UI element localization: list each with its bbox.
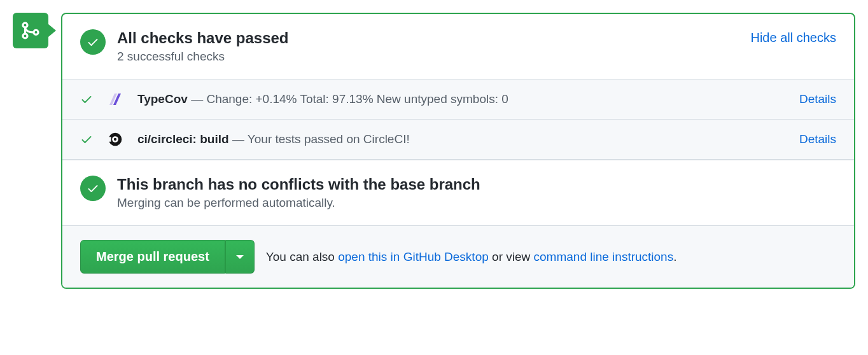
merge-footer-text: You can also open this in GitHub Desktop…	[266, 250, 677, 264]
svg-point-0	[23, 23, 27, 27]
check-row: ci/circleci: build — Your tests passed o…	[62, 120, 854, 160]
conflicts-section: This branch has no conflicts with the ba…	[62, 160, 854, 225]
merge-button-group: Merge pull request	[80, 240, 255, 274]
typecov-app-icon	[106, 90, 125, 109]
check-name: TypeCov	[137, 92, 188, 106]
merge-status-panel: All checks have passed 2 successful chec…	[61, 13, 855, 289]
checks-summary-section: All checks have passed 2 successful chec…	[62, 14, 854, 80]
check-description: Change: +0.14% Total: 97.13% New untyped…	[206, 92, 508, 106]
circleci-app-icon	[106, 130, 125, 149]
check-success-icon	[80, 133, 93, 146]
svg-rect-6	[106, 137, 111, 141]
conflicts-title: This branch has no conflicts with the ba…	[117, 176, 480, 193]
checks-title: All checks have passed	[117, 29, 288, 47]
open-github-desktop-link[interactable]: open this in GitHub Desktop	[338, 250, 489, 263]
merge-footer: Merge pull request You can also open thi…	[62, 225, 854, 288]
checks-subtitle: 2 successful checks	[117, 50, 288, 64]
svg-point-2	[34, 30, 38, 34]
merge-branch-icon	[13, 13, 48, 48]
svg-point-5	[114, 138, 116, 141]
command-line-instructions-link[interactable]: command line instructions	[534, 250, 674, 263]
merge-dropdown-button[interactable]	[225, 240, 255, 274]
svg-point-1	[23, 34, 27, 38]
caret-down-icon	[235, 254, 244, 260]
check-row: TypeCov — Change: +0.14% Total: 97.13% N…	[62, 80, 854, 120]
check-name: ci/circleci: build	[137, 132, 229, 146]
conflicts-subtitle: Merging can be performed automatically.	[117, 196, 480, 210]
check-text: ci/circleci: build — Your tests passed o…	[137, 132, 787, 146]
success-check-icon	[80, 176, 106, 201]
hide-checks-link[interactable]: Hide all checks	[750, 31, 836, 45]
check-details-link[interactable]: Details	[799, 132, 836, 146]
merge-pull-request-button[interactable]: Merge pull request	[80, 240, 225, 274]
check-details-link[interactable]: Details	[799, 92, 836, 106]
success-check-icon	[80, 29, 106, 55]
check-text: TypeCov — Change: +0.14% Total: 97.13% N…	[137, 92, 787, 106]
check-description: Your tests passed on CircleCI!	[248, 132, 410, 146]
check-success-icon	[80, 93, 93, 106]
